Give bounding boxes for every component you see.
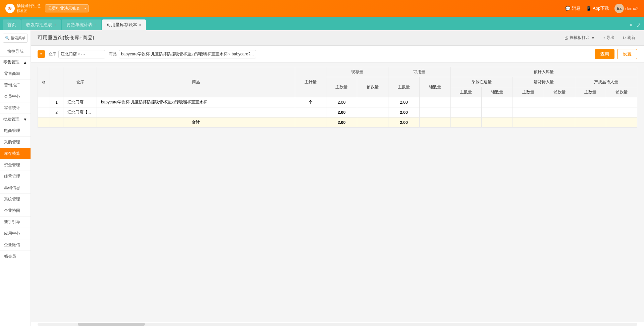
th-stock-aux: 辅数量 — [357, 77, 388, 97]
nav-tabs-bar: 首页 收发存汇总表 × 要货单统计表 × 可用量库存账本 × × ⤢ — [0, 17, 644, 30]
filter-toggle-btn[interactable]: » — [38, 50, 45, 58]
sidebar-item-marketing[interactable]: 营销推广 — [0, 80, 31, 91]
sidebar-item-enterprise[interactable]: 企业协同 — [0, 205, 31, 217]
quick-nav-label: 快捷导航 — [7, 49, 23, 54]
sidebar-item-wechat[interactable]: 企业微信 — [0, 239, 31, 251]
sidebar-item-member2[interactable]: 畅会员 — [0, 251, 31, 262]
sidebar-item-basic[interactable]: 基础信息 — [0, 182, 31, 194]
row2-purchase-aux — [482, 107, 513, 118]
footer-empty2 — [50, 118, 63, 128]
row1-stock-main: 2.00 — [326, 97, 357, 107]
th-settings[interactable]: ⚙ — [38, 67, 50, 97]
row1-settings[interactable] — [38, 97, 50, 107]
refresh-label: 刷新 — [627, 35, 635, 41]
product-input[interactable]: babycare学饮杯 儿童防摔防撞吸管杯重力球吸嘴杯宝宝水杯 × babyca… — [119, 50, 256, 58]
settings-btn[interactable]: 设置 — [617, 49, 637, 59]
sidebar-item-zero-stats[interactable]: 零售统计 — [0, 102, 31, 114]
message-btn[interactable]: 💬 消息 — [565, 5, 581, 11]
refresh-btn[interactable]: ↻ 刷新 — [621, 34, 637, 42]
filter-product-field: 商品 babycare学饮杯 儿童防摔防撞吸管杯重力球吸嘴杯宝宝水杯 × bab… — [109, 50, 256, 58]
warehouse-more[interactable]: ··· — [81, 51, 85, 57]
sidebar-item-ecommerce[interactable]: 电商管理 — [0, 125, 31, 137]
close-all-btn[interactable]: × — [629, 21, 633, 29]
row2-no: 2 — [50, 107, 63, 118]
tab-home[interactable]: 首页 — [3, 19, 21, 30]
sidebar-item-newbie[interactable]: 新手引导 — [0, 217, 31, 228]
scrollbar-track[interactable] — [38, 323, 637, 326]
export-icon: ↑ — [603, 36, 605, 40]
product-tag-2: babycare?... — [232, 52, 254, 56]
row1-unit: 个 — [295, 97, 326, 107]
sidebar-item-finance[interactable]: 资金管理 — [0, 159, 31, 171]
footer-purchase-main — [450, 118, 482, 128]
logo-area: 好 畅捷通好生意 标准版 — [5, 3, 41, 13]
table-footer: 合计 2.00 2.00 — [38, 118, 637, 128]
search-label: 搜索菜单 — [11, 36, 25, 41]
sidebar-group-wholesale-label: 批发管理 — [3, 117, 19, 122]
org-selector-wrap[interactable]: 母婴行业演示账套 — [45, 4, 89, 12]
th-production-group: 产成品待入量 — [575, 77, 637, 87]
product-tag-1: babycare学饮杯 儿童防摔防撞吸管杯重力球吸嘴杯宝宝水杯 × — [121, 51, 230, 57]
th-incoming-group: 进货待入量 — [513, 77, 575, 87]
scrollbar-thumb[interactable] — [78, 323, 145, 326]
row2-production-aux — [606, 107, 637, 118]
logo-icon: 好 — [5, 4, 15, 13]
row1-avail-aux — [419, 97, 450, 107]
logo-text: 畅捷通好生意 — [17, 3, 41, 9]
tab-2-label: 要货单统计表 — [66, 22, 93, 28]
top-bar-left: 好 畅捷通好生意 标准版 母婴行业演示账套 — [5, 3, 89, 13]
tab-2[interactable]: 要货单统计表 × — [62, 19, 101, 30]
warehouse-label: 仓库 — [48, 51, 56, 57]
app-download-btn[interactable]: 📱 App下载 — [586, 5, 609, 11]
sidebar-group-zero-sales-label: 零售管理 — [3, 59, 19, 65]
table-container: ⚙ 仓库 商品 主计量 现存量 可用量 预计入库量 主数量 辅数量 主数量 辅数… — [31, 63, 644, 322]
row2-incoming-main — [513, 107, 544, 118]
sidebar-item-operation[interactable]: 经营管理 — [0, 171, 31, 182]
product-1-remove[interactable]: × — [228, 52, 230, 56]
row1-purchase-main — [450, 97, 482, 107]
footer-purchase-aux — [482, 118, 513, 128]
th-no — [50, 67, 63, 97]
sidebar-item-zero-mall[interactable]: 零售商城 — [0, 68, 31, 80]
table-body: 1 江北门店 babycare学饮杯 儿童防摔防撞吸管杯重力球吸嘴杯宝宝水杯 个… — [38, 97, 637, 118]
th-production-aux: 辅数量 — [606, 87, 637, 97]
row2-production-main — [575, 107, 606, 118]
warehouse-input[interactable]: 江北门店 × ··· — [58, 50, 105, 58]
th-incoming-aux: 辅数量 — [544, 87, 575, 97]
th-product: 商品 — [97, 67, 295, 97]
query-btn[interactable]: 查询 — [595, 49, 614, 59]
sidebar-item-appstore[interactable]: 应用中心 — [0, 228, 31, 239]
print-btn[interactable]: 🖨 按模板打印 ▼ — [562, 34, 597, 42]
search-menu-btn[interactable]: 🔍 搜索菜单 — [3, 34, 28, 43]
warehouse-remove[interactable]: × — [78, 52, 80, 56]
footer-unit — [295, 118, 326, 128]
row1-incoming-aux — [544, 97, 575, 107]
footer-row: 合计 2.00 2.00 — [38, 118, 637, 128]
th-main-unit: 主计量 — [295, 67, 326, 97]
data-table: ⚙ 仓库 商品 主计量 现存量 可用量 预计入库量 主数量 辅数量 主数量 辅数… — [38, 67, 637, 128]
tab-1-close[interactable]: × — [54, 23, 56, 27]
tab-2-close[interactable]: × — [95, 23, 97, 27]
nav-tabs-right: × ⤢ — [629, 21, 641, 30]
tab-3[interactable]: 可用量库存账本 × — [102, 19, 146, 30]
sidebar-item-member[interactable]: 会员中心 — [0, 91, 31, 102]
page-header-actions: 🖨 按模板打印 ▼ ↑ 导出 ↻ 刷新 — [562, 34, 637, 42]
export-btn[interactable]: ↑ 导出 — [601, 34, 616, 42]
sidebar-item-system[interactable]: 系统管理 — [0, 194, 31, 205]
content-area: 可用量查询(按仓库+商品) 🖨 按模板打印 ▼ ↑ 导出 ↻ 刷新 — [31, 30, 644, 326]
user-profile[interactable]: Ea demo2 — [614, 4, 639, 13]
sidebar-quick-nav[interactable]: 快捷导航 — [0, 46, 31, 57]
export-label: 导出 — [606, 35, 614, 41]
avatar: Ea — [614, 4, 624, 13]
row2-stock-main: 2.00 — [326, 107, 357, 118]
tab-3-close[interactable]: × — [139, 23, 141, 27]
sidebar-group-wholesale[interactable]: 批发管理 ▼ — [0, 114, 31, 125]
fullscreen-btn[interactable]: ⤢ — [636, 21, 641, 29]
row2-settings[interactable] — [38, 107, 50, 118]
org-selector[interactable]: 母婴行业演示账套 — [45, 4, 89, 12]
sidebar-item-purchase[interactable]: 采购管理 — [0, 137, 31, 148]
sidebar-group-zero-sales[interactable]: 零售管理 ▲ — [0, 57, 31, 68]
sidebar-item-inventory[interactable]: 库存核算 — [0, 148, 31, 159]
th-incoming-main: 主数量 — [513, 87, 544, 97]
tab-1[interactable]: 收发存汇总表 × — [21, 19, 61, 30]
